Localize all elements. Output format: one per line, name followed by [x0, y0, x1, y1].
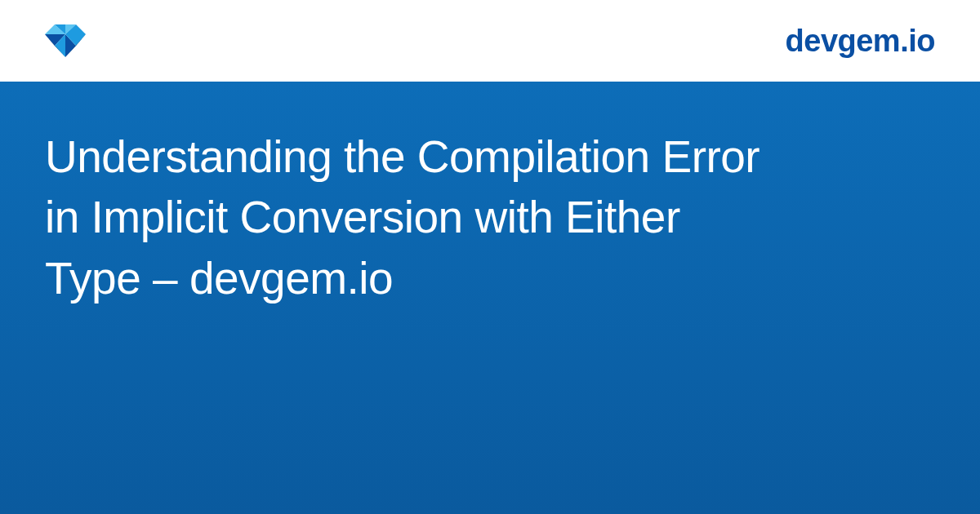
- brand-name: devgem.io: [786, 24, 935, 59]
- gem-logo-icon: [45, 24, 86, 57]
- page-title: Understanding the Compilation Error in I…: [45, 126, 780, 308]
- header: devgem.io: [0, 0, 980, 82]
- hero-section: Understanding the Compilation Error in I…: [0, 82, 980, 514]
